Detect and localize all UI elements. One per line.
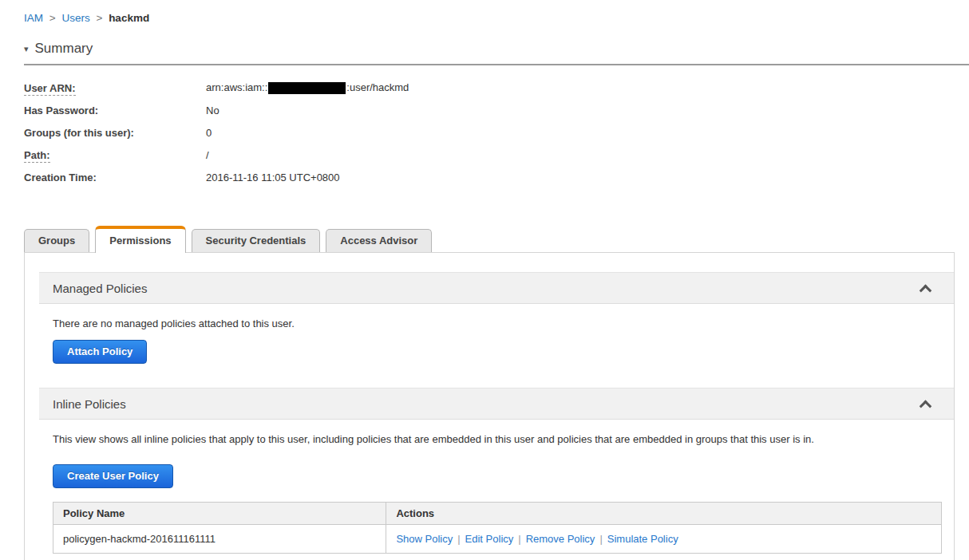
field-row-has-password: Has Password: No — [24, 99, 969, 121]
field-label: Has Password: — [24, 105, 206, 116]
summary-divider — [24, 64, 969, 65]
managed-policies-body: There are no managed policies attached t… — [25, 304, 954, 388]
tab-security-credentials[interactable]: Security Credentials — [192, 229, 321, 252]
breadcrumb-current-user: hackmd — [109, 12, 149, 24]
action-separator: | — [518, 533, 520, 545]
inline-policies-description: This view shows all inline policies that… — [53, 433, 942, 445]
show-policy-link[interactable]: Show Policy — [396, 533, 453, 545]
field-label: User ARN: — [24, 82, 206, 94]
breadcrumb-separator: > — [49, 12, 56, 24]
policy-name-cell: policygen-hackmd-201611161111 — [53, 525, 386, 554]
field-row-groups: Groups (for this user): 0 — [24, 121, 969, 144]
groups-count-value: 0 — [206, 127, 212, 139]
simulate-policy-link[interactable]: Simulate Policy — [607, 533, 678, 545]
tab-permissions[interactable]: Permissions — [95, 226, 185, 253]
managed-policies-title: Managed Policies — [53, 282, 147, 295]
action-separator: | — [457, 533, 460, 545]
tab-groups[interactable]: Groups — [24, 229, 89, 252]
field-row-creation-time: Creation Time: 2016-11-16 11:05 UTC+0800 — [24, 166, 969, 188]
table-header-row: Policy Name Actions — [53, 503, 942, 525]
field-label: Creation Time: — [24, 172, 206, 183]
inline-policies-title: Inline Policies — [53, 397, 126, 411]
attach-policy-button[interactable]: Attach Policy — [53, 340, 147, 364]
create-user-policy-button[interactable]: Create User Policy — [53, 464, 173, 488]
chevron-up-icon[interactable] — [920, 400, 932, 412]
summary-title: Summary — [35, 41, 93, 57]
has-password-value: No — [206, 105, 220, 116]
breadcrumb: IAM > Users > hackmd — [0, 0, 969, 24]
path-value: / — [206, 149, 209, 161]
permissions-tab-panel: Managed Policies There are no managed po… — [24, 252, 955, 560]
inline-policies-table: Policy Name Actions policygen-hackmd-201… — [53, 502, 942, 554]
field-row-path: Path: / — [24, 144, 969, 166]
breadcrumb-link-users[interactable]: Users — [61, 12, 89, 24]
column-header-policy-name: Policy Name — [53, 503, 386, 525]
policy-actions-cell: Show Policy|Edit Policy|Remove Policy|Si… — [386, 525, 942, 554]
chevron-up-icon[interactable] — [920, 284, 932, 297]
column-header-actions: Actions — [386, 503, 942, 525]
breadcrumb-link-iam[interactable]: IAM — [24, 12, 43, 24]
tab-access-advisor[interactable]: Access Advisor — [326, 229, 432, 252]
tab-bar: Groups Permissions Security Credentials … — [24, 226, 969, 252]
field-label: Groups (for this user): — [24, 127, 206, 139]
caret-down-icon[interactable]: ▾ — [24, 44, 29, 54]
managed-policies-header[interactable]: Managed Policies — [39, 272, 954, 304]
user-arn-value: arn:aws:iam:::user/hackmd — [206, 81, 409, 94]
remove-policy-link[interactable]: Remove Policy — [526, 533, 595, 545]
action-separator: | — [599, 533, 602, 545]
edit-policy-link[interactable]: Edit Policy — [465, 533, 514, 545]
creation-time-value: 2016-11-16 11:05 UTC+0800 — [206, 172, 340, 183]
managed-policies-empty-text: There are no managed policies attached t… — [53, 317, 942, 329]
summary-section-header[interactable]: ▾ Summary — [24, 41, 969, 57]
inline-policies-header[interactable]: Inline Policies — [39, 388, 954, 420]
redacted-account-id — [268, 82, 346, 94]
table-row: policygen-hackmd-201611161111 Show Polic… — [53, 525, 942, 554]
breadcrumb-separator: > — [96, 12, 102, 24]
field-row-user-arn: User ARN: arn:aws:iam:::user/hackmd — [24, 77, 969, 99]
inline-policies-body: This view shows all inline policies that… — [25, 420, 954, 554]
spacer — [53, 364, 942, 388]
summary-fields: User ARN: arn:aws:iam:::user/hackmd Has … — [24, 77, 969, 188]
field-label: Path: — [24, 149, 206, 161]
